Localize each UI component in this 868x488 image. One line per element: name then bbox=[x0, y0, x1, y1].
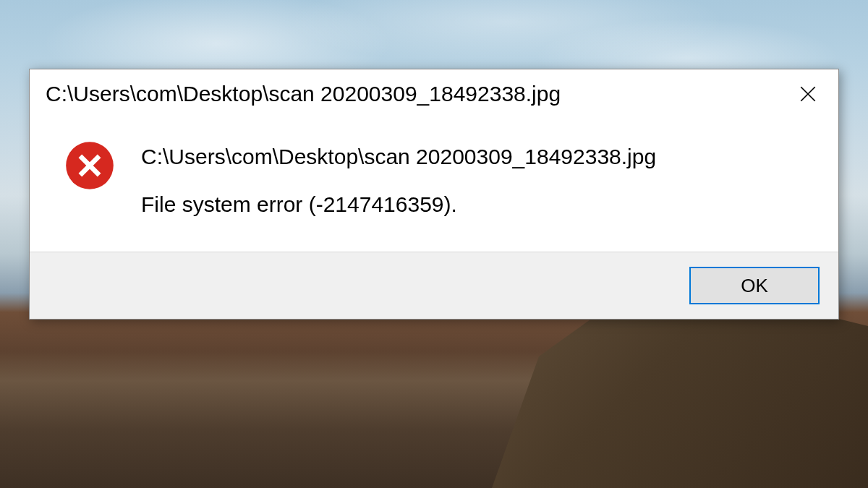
ok-button[interactable]: OK bbox=[689, 267, 820, 304]
dialog-message: C:\Users\com\Desktop\scan 20200309_18492… bbox=[141, 143, 656, 217]
dialog-titlebar: C:\Users\com\Desktop\scan 20200309_18492… bbox=[30, 69, 838, 119]
error-icon bbox=[64, 140, 115, 191]
message-error-text: File system error (-2147416359). bbox=[141, 192, 656, 217]
dialog-content: C:\Users\com\Desktop\scan 20200309_18492… bbox=[30, 119, 838, 252]
dialog-title: C:\Users\com\Desktop\scan 20200309_18492… bbox=[46, 82, 561, 106]
close-button[interactable] bbox=[791, 80, 825, 108]
message-file-path: C:\Users\com\Desktop\scan 20200309_18492… bbox=[141, 145, 656, 169]
error-dialog: C:\Users\com\Desktop\scan 20200309_18492… bbox=[29, 69, 839, 320]
close-icon bbox=[799, 85, 817, 103]
dialog-button-row: OK bbox=[30, 252, 838, 319]
